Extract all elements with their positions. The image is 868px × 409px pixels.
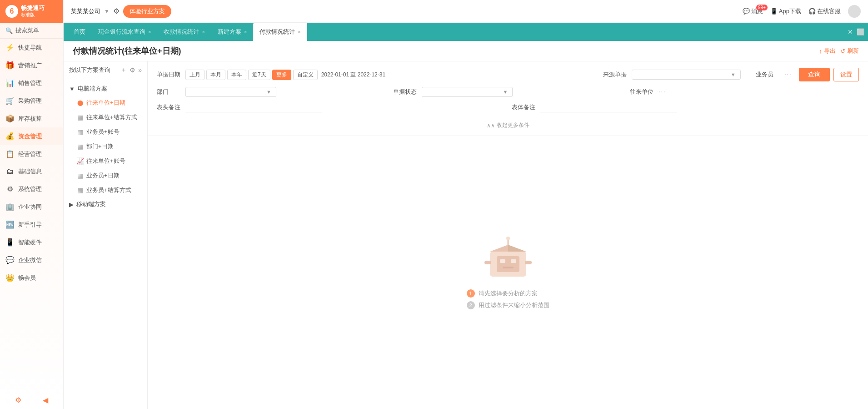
svg-marker-1 bbox=[490, 245, 508, 252]
scheme-item-label-staff-settle: 业务员+结算方式 bbox=[86, 186, 131, 194]
refresh-label: 刷新 bbox=[847, 47, 859, 55]
sidebar-item-quicknav[interactable]: ⚡ 快捷导航 bbox=[0, 39, 63, 56]
tab-receivable-label: 收款情况统计 bbox=[164, 28, 199, 36]
pc-group-header[interactable]: ▼ 电脑端方案 bbox=[64, 82, 147, 96]
status-select[interactable]: ▼ bbox=[422, 87, 513, 97]
scheme-icon-3: ▦ bbox=[76, 128, 84, 136]
date-btn-more[interactable]: 更多 bbox=[272, 70, 291, 80]
tab-newscheme-close[interactable]: × bbox=[244, 29, 247, 35]
trial-btn[interactable]: 体验行业方案 bbox=[123, 5, 171, 18]
sidebar-label-hardware: 智能硬件 bbox=[18, 238, 42, 247]
tab-home-label: 首页 bbox=[74, 28, 85, 36]
page-header: 付款情况统计(往来单位+日期) ↑ 导出 ↺ 刷新 bbox=[64, 41, 868, 61]
empty-steps: 1 请先选择要分析的方案 2 用过滤条件来缩小分析范围 bbox=[467, 289, 549, 309]
date-btn-this-year[interactable]: 本年 bbox=[227, 70, 246, 80]
refresh-icon: ↺ bbox=[840, 48, 845, 55]
sidebar-item-purchase[interactable]: 🛒 采购管理 bbox=[0, 92, 63, 110]
scheme-settings-icon[interactable]: ⚙ bbox=[130, 66, 135, 74]
mobile-group-header[interactable]: ▶ 移动端方案 bbox=[64, 197, 147, 211]
empty-svg bbox=[481, 236, 535, 281]
dept-select[interactable]: ▼ bbox=[185, 87, 276, 97]
search-icon: 🔍 bbox=[5, 27, 13, 34]
app-download-btn[interactable]: 📱 App下载 bbox=[770, 7, 801, 15]
sidebar-settings-btn[interactable]: ⚙ bbox=[15, 396, 21, 404]
tab-maximize-icon[interactable]: ⬜ bbox=[857, 28, 864, 35]
tab-payment[interactable]: 付款情况统计 × bbox=[253, 23, 307, 41]
staff-dots[interactable]: ··· bbox=[784, 71, 792, 79]
query-btn[interactable]: 查询 bbox=[799, 68, 830, 81]
sidebar-item-wechat[interactable]: 💬 企业微信 bbox=[0, 251, 63, 269]
scheme-icon-4: ▦ bbox=[76, 143, 84, 150]
sidebar-label-purchase: 采购管理 bbox=[18, 97, 42, 105]
tab-receivable[interactable]: 收款情况统计 × bbox=[157, 23, 211, 41]
sidebar-item-sales[interactable]: 📊 销售管理 bbox=[0, 74, 63, 92]
date-btn-custom[interactable]: 自定义 bbox=[293, 70, 318, 80]
avatar[interactable] bbox=[848, 5, 861, 18]
export-btn[interactable]: ↑ 导出 bbox=[819, 47, 836, 55]
scheme-item-dept-date[interactable]: ▦ 部门+日期 bbox=[64, 139, 147, 154]
tab-newscheme-label: 新建方案 bbox=[218, 28, 241, 36]
collapse-more-btn[interactable]: ∧∧ 收起更多条件 bbox=[157, 118, 859, 129]
tab-cashflow[interactable]: 现金银行流水查询 × bbox=[92, 23, 157, 41]
date-btn-last7[interactable]: 近7天 bbox=[248, 70, 270, 80]
sidebar-item-member[interactable]: 👑 畅会员 bbox=[0, 269, 63, 287]
logo-icon: 6 bbox=[5, 5, 18, 18]
topbar-right: 💬 消息 99+ 📱 App下载 🎧 在线客服 bbox=[743, 5, 861, 18]
unit-dots[interactable]: ··· bbox=[658, 88, 666, 96]
sidebar-item-system[interactable]: ⚙ 系统管理 bbox=[0, 180, 63, 198]
head-note-input[interactable] bbox=[185, 102, 322, 112]
tab-receivable-close[interactable]: × bbox=[202, 29, 205, 35]
tab-payment-close[interactable]: × bbox=[298, 29, 300, 35]
scheme-item-staff-account[interactable]: ▦ 业务员+账号 bbox=[64, 125, 147, 139]
export-label: 导出 bbox=[824, 47, 836, 55]
date-filter-label: 单据日期 bbox=[157, 71, 182, 79]
sidebar-item-hardware[interactable]: 📱 智能硬件 bbox=[0, 233, 63, 251]
sidebar-label-wechat: 企业微信 bbox=[18, 256, 42, 264]
date-btn-this-month[interactable]: 本月 bbox=[206, 70, 225, 80]
staff-label: 业务员 bbox=[756, 71, 781, 79]
topbar-settings-icon[interactable]: ⚙ bbox=[113, 7, 120, 15]
sidebar-item-guide[interactable]: 🆕 新手引导 bbox=[0, 216, 63, 233]
scheme-item-unit-settle[interactable]: ▦ 往来单位+结算方式 bbox=[64, 110, 147, 125]
export-icon: ↑ bbox=[819, 48, 823, 55]
finance-icon: 💰 bbox=[5, 132, 15, 141]
scheme-item-unit-date[interactable]: ⬤ 往来单位+日期 bbox=[64, 96, 147, 110]
scheme-item-label-unit-account: 往来单位+账号 bbox=[86, 157, 125, 165]
sidebar-item-basic[interactable]: 🗂 基础信息 bbox=[0, 163, 63, 180]
svg-rect-5 bbox=[511, 259, 516, 263]
tab-cashflow-label: 现金银行流水查询 bbox=[98, 28, 145, 36]
scheme-item-staff-settle[interactable]: ▦ 业务员+结算方式 bbox=[64, 183, 147, 197]
tab-cashflow-close[interactable]: × bbox=[148, 29, 151, 35]
sidebar-label-member: 畅会员 bbox=[18, 274, 36, 282]
sidebar-label-sales: 销售管理 bbox=[18, 79, 42, 87]
scheme-section: ▼ 电脑端方案 ⬤ 往来单位+日期 ▦ 往来单位+结算方式 ▦ 业务员+账号 bbox=[64, 79, 147, 214]
scheme-item-staff-date[interactable]: ▦ 业务员+日期 bbox=[64, 168, 147, 183]
page-actions: ↑ 导出 ↺ 刷新 bbox=[819, 47, 859, 55]
empty-step-2: 2 用过滤条件来缩小分析范围 bbox=[467, 301, 549, 309]
tabs-right: ✕ ⬜ bbox=[848, 28, 864, 35]
hardware-icon: 📱 bbox=[5, 238, 15, 247]
left-panel-collapse-icon[interactable]: » bbox=[138, 66, 142, 74]
body-note-input[interactable] bbox=[540, 102, 677, 112]
sidebar-item-inventory[interactable]: 📦 库存核算 bbox=[0, 110, 63, 127]
filter-settings-btn[interactable]: 设置 bbox=[833, 68, 859, 81]
tab-home[interactable]: 首页 bbox=[67, 23, 92, 41]
source-select[interactable]: ▼ bbox=[632, 70, 741, 80]
date-filter-group: 单据日期 上月 本月 本年 近7天 更多 自定义 2022-01-01 至 20… bbox=[157, 70, 596, 80]
refresh-btn[interactable]: ↺ 刷新 bbox=[840, 47, 859, 55]
sidebar-item-enterprise[interactable]: 🏢 企业协同 bbox=[0, 198, 63, 216]
scheme-item-unit-account[interactable]: 📈 往来单位+账号 bbox=[64, 154, 147, 168]
tab-close-all-icon[interactable]: ✕ bbox=[848, 28, 853, 35]
sidebar-item-marketing[interactable]: 🎁 营销推广 bbox=[0, 56, 63, 74]
sidebar-search[interactable]: 🔍 搜索菜单 bbox=[0, 23, 63, 39]
tab-newscheme[interactable]: 新建方案 × bbox=[211, 23, 253, 41]
date-btn-last-month[interactable]: 上月 bbox=[185, 70, 205, 80]
company-arrow-icon[interactable]: ▼ bbox=[104, 8, 110, 15]
add-scheme-icon[interactable]: ＋ bbox=[120, 66, 127, 74]
staff-filter-group: 业务员 ··· bbox=[756, 71, 792, 79]
sidebar-collapse-btn[interactable]: ◀ bbox=[43, 396, 48, 404]
msg-btn[interactable]: 💬 消息 99+ bbox=[743, 7, 763, 15]
sidebar-item-finance[interactable]: 💰 资金管理 bbox=[0, 127, 63, 145]
sidebar-item-operation[interactable]: 📋 经营管理 bbox=[0, 145, 63, 163]
service-btn[interactable]: 🎧 在线客服 bbox=[808, 7, 841, 15]
